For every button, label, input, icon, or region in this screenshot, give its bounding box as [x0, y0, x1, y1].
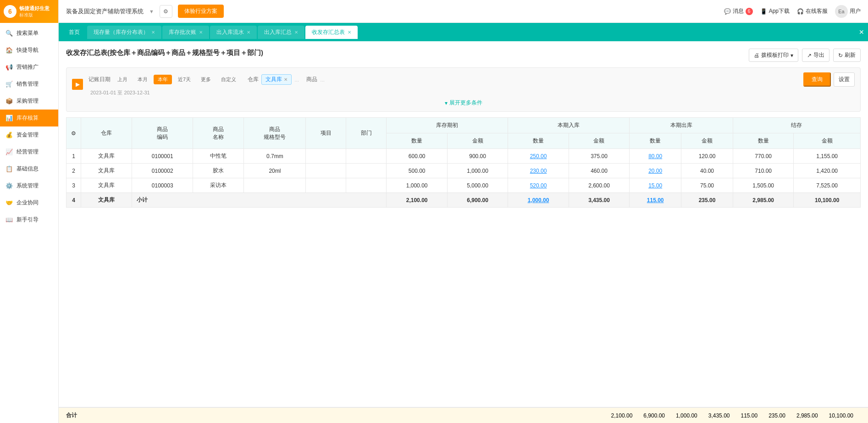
tab-recv-send-summary-close[interactable]: ✕ — [348, 30, 351, 35]
row-out-qty[interactable]: 80.00 — [630, 149, 681, 164]
nav-icon-enterprise: 🤝 — [6, 199, 13, 207]
subtotal-in-qty[interactable]: 1,000.00 — [508, 193, 569, 208]
export-btn[interactable]: ↗ 导出 — [802, 49, 829, 62]
nav-label-guide: 新手引导 — [17, 216, 39, 224]
sidebar-item-quick-nav[interactable]: 🏠快捷导航 — [0, 42, 58, 59]
avatar: Ea — [835, 5, 848, 18]
date-buttons: 上月 本月 本年 近7天 更多 自定义 — [113, 75, 240, 84]
online-service-action[interactable]: 🎧 在线客服 — [797, 7, 828, 15]
print-icon: 🖨 — [754, 52, 759, 59]
app-download-action[interactable]: 📱 App下载 — [760, 7, 790, 15]
filter-toggle-arrow[interactable]: ▶ — [72, 79, 83, 90]
row-dept — [346, 149, 387, 164]
row-out-qty[interactable]: 20.00 — [630, 164, 681, 178]
message-icon: 💬 — [724, 8, 731, 15]
sidebar-item-inventory[interactable]: 📊库存核算 — [0, 110, 58, 126]
row-in-qty[interactable]: 230.00 — [508, 164, 569, 178]
sidebar-item-system[interactable]: ⚙️系统管理 — [0, 177, 58, 194]
row-opening-qty: 1,000.00 — [387, 178, 447, 193]
warehouse-tag-close[interactable]: ✕ — [284, 77, 287, 82]
th-goods-spec: 商品规格型号 — [244, 118, 306, 149]
date-btn-this-year[interactable]: 本年 — [154, 75, 172, 84]
sidebar-item-marketing[interactable]: 📢营销推广 — [0, 59, 58, 76]
nav-label-basic: 基础信息 — [17, 165, 39, 173]
logo-icon: 6 — [4, 5, 17, 18]
expand-more-btn[interactable]: ▾ 展开更多条件 — [445, 99, 482, 107]
row-in-qty[interactable]: 520.00 — [508, 178, 569, 193]
sidebar-item-basic[interactable]: 📋基础信息 — [0, 160, 58, 177]
sidebar-item-sales[interactable]: 🛒销售管理 — [0, 76, 58, 93]
tab-in-out-summary-close[interactable]: ✕ — [294, 30, 298, 35]
th-settings[interactable]: ⚙ — [66, 118, 81, 149]
query-button[interactable]: 查询 — [803, 72, 831, 87]
th-out: 本期出库 — [630, 118, 733, 133]
nav-label-system: 系统管理 — [17, 182, 39, 190]
expand-more-section: ▾ 展开更多条件 — [72, 99, 855, 107]
system-dropdown[interactable]: ▼ — [149, 9, 154, 14]
subtotal-out-amt: 235.00 — [681, 193, 733, 208]
settings-icon[interactable]: ⚙ — [160, 5, 172, 18]
system-title: 装备及固定资产辅助管理系统 — [66, 7, 144, 16]
row-balance-qty: 710.00 — [733, 164, 793, 178]
sidebar-item-operations[interactable]: 📈经营管理 — [0, 143, 58, 160]
subtotal-warehouse: 文具库 — [81, 193, 132, 208]
tab-batch-ledger[interactable]: 库存批次账 ✕ — [162, 26, 209, 39]
date-btn-7days[interactable]: 近7天 — [174, 75, 195, 84]
row-warehouse: 文具库 — [81, 178, 132, 193]
row-in-amt: 2,600.00 — [569, 178, 629, 193]
sidebar-item-guide[interactable]: 📖新手引导 — [0, 211, 58, 228]
tab-inventory-dist-close[interactable]: ✕ — [151, 30, 155, 35]
nav-label-finance: 资金管理 — [17, 131, 39, 139]
filter-settings-btn[interactable]: 设置 — [834, 72, 855, 87]
date-range-display: 2023-01-01 至 2023-12-31 — [90, 90, 150, 95]
subtotal-out-qty[interactable]: 115.00 — [630, 193, 681, 208]
date-btn-last-month[interactable]: 上月 — [113, 75, 132, 84]
row-project — [306, 178, 346, 193]
footer-total: 合计 2,100.00 6,900.00 1,000.00 3,435.00 1… — [59, 407, 868, 423]
date-btn-custom[interactable]: 自定义 — [217, 75, 240, 84]
date-btn-more[interactable]: 更多 — [197, 75, 215, 84]
tab-batch-ledger-close[interactable]: ✕ — [199, 30, 203, 35]
date-btn-this-month[interactable]: 本月 — [133, 75, 152, 84]
row-out-qty[interactable]: 15.00 — [630, 178, 681, 193]
tab-home[interactable]: 首页 — [62, 26, 86, 39]
row-no: 1 — [66, 149, 81, 164]
sidebar-item-search[interactable]: 🔍搜索菜单 — [0, 25, 58, 42]
refresh-btn[interactable]: ↻ 刷新 — [833, 49, 861, 62]
tab-inventory-dist[interactable]: 现存量（库存分布表） ✕ — [87, 26, 161, 39]
th-goods-code: 商品编码 — [132, 118, 193, 149]
row-in-qty[interactable]: 250.00 — [508, 149, 569, 164]
th-project: 项目 — [306, 118, 346, 149]
goods-ellipsis[interactable]: ... — [320, 77, 325, 83]
sidebar-item-finance[interactable]: 💰资金管理 — [0, 126, 58, 143]
tab-in-out-flow-label: 出入库流水 — [216, 28, 244, 36]
tabbar-close-all[interactable]: ✕ — [859, 28, 864, 36]
nav-icon-quick-nav: 🏠 — [6, 47, 13, 54]
row-balance-amt: 1,155.00 — [794, 149, 861, 164]
tab-recv-send-summary-label: 收发存汇总表 — [312, 28, 345, 36]
tab-in-out-summary[interactable]: 出入库汇总 ✕ — [258, 26, 304, 39]
row-balance-amt: 1,420.00 — [794, 164, 861, 178]
user-action[interactable]: Ea 用户 — [835, 5, 861, 18]
nav-label-sales: 销售管理 — [17, 80, 39, 88]
table-row: 1 文具库 0100001 中性笔 0.7mm 600.00 900.00 25… — [66, 149, 861, 164]
subtotal-in-amt: 3,435.00 — [569, 193, 629, 208]
sidebar-item-purchase[interactable]: 📦采购管理 — [0, 93, 58, 110]
tab-in-out-flow-close[interactable]: ✕ — [247, 30, 250, 35]
tab-in-out-flow[interactable]: 出入库流水 ✕ — [210, 26, 257, 39]
trial-button[interactable]: 体验行业方案 — [178, 5, 224, 18]
tab-recv-send-summary[interactable]: 收发存汇总表 ✕ — [305, 26, 358, 39]
th-opening-qty: 数量 — [387, 133, 447, 149]
row-no: 3 — [66, 178, 81, 193]
warehouse-ellipsis[interactable]: ... — [294, 77, 299, 83]
row-warehouse: 文具库 — [81, 149, 132, 164]
row-goods-code: 0100003 — [132, 178, 193, 193]
print-template-btn[interactable]: 🖨 拨模板打印 ▾ — [749, 49, 798, 62]
filter-row-1: 记账日期 上月 本月 本年 近7天 更多 自定义 仓库 — [88, 72, 855, 87]
tabbar: 首页 现存量（库存分布表） ✕ 库存批次账 ✕ 出入库流水 ✕ 出入库汇总 ✕ … — [59, 23, 868, 41]
sidebar-item-enterprise[interactable]: 🤝企业协同 — [0, 194, 58, 211]
message-action[interactable]: 💬 消息 6 — [724, 7, 753, 15]
nav-label-purchase: 采购管理 — [17, 97, 39, 105]
export-icon: ↗ — [807, 52, 812, 59]
page-title: 收发存汇总表(按仓库＋商品编码＋商品＋规格型号＋项目＋部门) — [66, 49, 263, 57]
